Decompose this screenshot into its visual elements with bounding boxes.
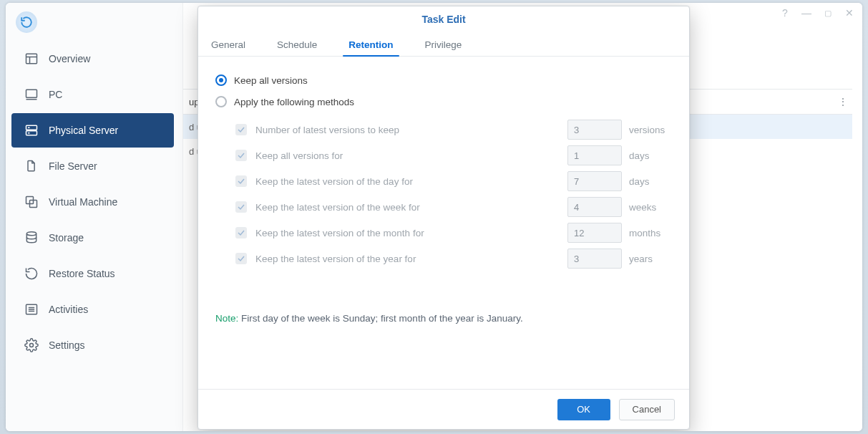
method-unit: days (629, 150, 672, 161)
method-input[interactable] (567, 223, 622, 243)
dialog-tabbar: General Schedule Retention Privilege (198, 32, 689, 57)
radio-icon (215, 96, 227, 107)
radio-label: Keep all versions (234, 75, 308, 86)
method-unit: weeks (629, 202, 672, 213)
checkbox-icon[interactable] (235, 227, 247, 238)
retention-note: Note: First day of the week is Sunday; f… (215, 313, 672, 324)
tab-retention[interactable]: Retention (343, 39, 399, 56)
radio-keep-all-versions[interactable]: Keep all versions (215, 69, 672, 91)
method-unit: days (629, 176, 672, 187)
method-input[interactable] (567, 120, 622, 140)
note-text: First day of the week is Sunday; first m… (238, 313, 522, 324)
method-input[interactable] (567, 145, 622, 165)
radio-label: Apply the following methods (234, 97, 354, 107)
method-label: Keep the latest version of the day for (255, 176, 567, 187)
method-unit: years (629, 254, 672, 264)
radio-icon (215, 74, 227, 86)
method-input[interactable] (567, 171, 622, 191)
method-latest-month: Keep the latest version of the month for… (215, 220, 672, 246)
method-label: Keep all versions for (255, 150, 567, 161)
modal-overlay: Task Edit General Schedule Retention Pri… (6, 3, 862, 431)
checkbox-icon[interactable] (235, 150, 247, 161)
method-unit: versions (629, 125, 672, 135)
dialog-footer: OK Cancel (198, 389, 689, 429)
method-latest-year: Keep the latest version of the year for … (215, 246, 672, 271)
checkbox-icon[interactable] (235, 253, 247, 264)
dialog-body: Keep all versions Apply the following me… (198, 57, 689, 389)
method-input[interactable] (567, 197, 622, 217)
method-label: Keep the latest version of the year for (255, 254, 567, 264)
method-latest-week: Keep the latest version of the week for … (215, 194, 672, 220)
method-label: Number of latest versions to keep (255, 125, 567, 135)
cancel-button[interactable]: Cancel (619, 399, 675, 420)
tab-privilege[interactable]: Privilege (419, 39, 468, 56)
ok-button[interactable]: OK (557, 399, 610, 420)
method-latest-versions: Number of latest versions to keep versio… (215, 117, 672, 143)
retention-methods: Number of latest versions to keep versio… (215, 117, 672, 271)
checkbox-icon[interactable] (235, 124, 247, 135)
app-window: Overview PC Physical Server File Server … (6, 3, 862, 431)
note-lead: Note: (215, 313, 238, 324)
checkbox-icon[interactable] (235, 175, 247, 187)
radio-apply-methods[interactable]: Apply the following methods (215, 91, 672, 112)
dialog-title: Task Edit (198, 6, 689, 32)
method-input[interactable] (567, 249, 622, 269)
method-label: Keep the latest version of the week for (255, 202, 567, 213)
task-edit-dialog: Task Edit General Schedule Retention Pri… (198, 6, 690, 430)
method-keep-all-for: Keep all versions for days (215, 143, 672, 168)
tab-schedule[interactable]: Schedule (271, 39, 323, 56)
method-latest-day: Keep the latest version of the day for d… (215, 168, 672, 194)
tab-general[interactable]: General (205, 39, 251, 56)
checkbox-icon[interactable] (235, 201, 247, 213)
method-unit: months (629, 228, 672, 238)
method-label: Keep the latest version of the month for (255, 228, 567, 238)
